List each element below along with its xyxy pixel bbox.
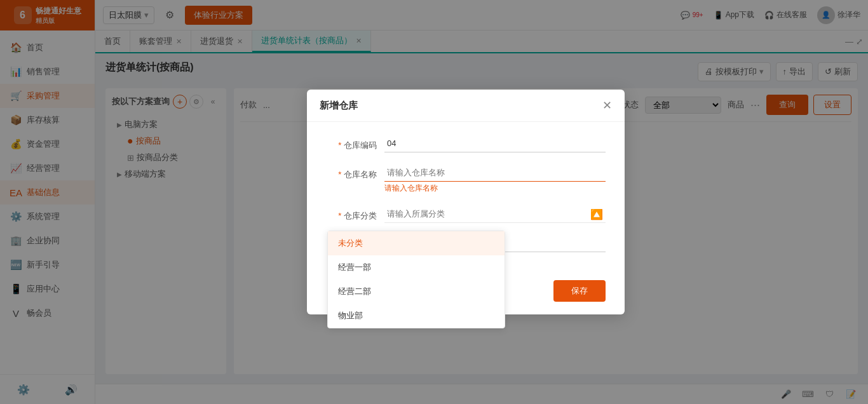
code-input[interactable] [384, 135, 606, 152]
category-label: 仓库分类 [326, 205, 377, 222]
save-button[interactable]: 保存 [553, 280, 606, 302]
dialog-header: 新增仓库 ✕ [307, 90, 625, 122]
category-input[interactable] [384, 205, 606, 223]
name-input[interactable] [384, 164, 606, 182]
form-row-category: 仓库分类 🔼 未分类 经营一部 经营二部 物业部 [326, 205, 606, 223]
code-label: 仓库编码 [326, 135, 377, 151]
dropdown-item-2[interactable]: 经营二部 [328, 279, 505, 304]
name-label: 仓库名称 [326, 164, 377, 180]
name-error-msg: 请输入仓库名称 [384, 183, 606, 194]
add-warehouse-dialog: 新增仓库 ✕ 仓库编码 仓库名称 请输入仓库名称 仓库分类 🔼 [307, 90, 625, 314]
dropdown-item-0[interactable]: 未分类 [328, 231, 505, 255]
dialog-body: 仓库编码 仓库名称 请输入仓库名称 仓库分类 🔼 未分类 经营一部 [307, 122, 625, 274]
close-icon[interactable]: ✕ [602, 98, 612, 112]
name-control: 请输入仓库名称 [384, 164, 606, 194]
form-row-name: 仓库名称 请输入仓库名称 [326, 164, 606, 194]
category-control: 🔼 未分类 经营一部 经营二部 物业部 [384, 205, 606, 223]
dialog-title: 新增仓库 [320, 100, 358, 112]
dropdown-item-3[interactable]: 物业部 [328, 304, 505, 328]
category-dropdown: 未分类 经营一部 经营二部 物业部 [327, 231, 505, 328]
form-row-code: 仓库编码 [326, 135, 606, 152]
code-control [384, 135, 606, 152]
dropdown-item-1[interactable]: 经营一部 [328, 255, 505, 279]
